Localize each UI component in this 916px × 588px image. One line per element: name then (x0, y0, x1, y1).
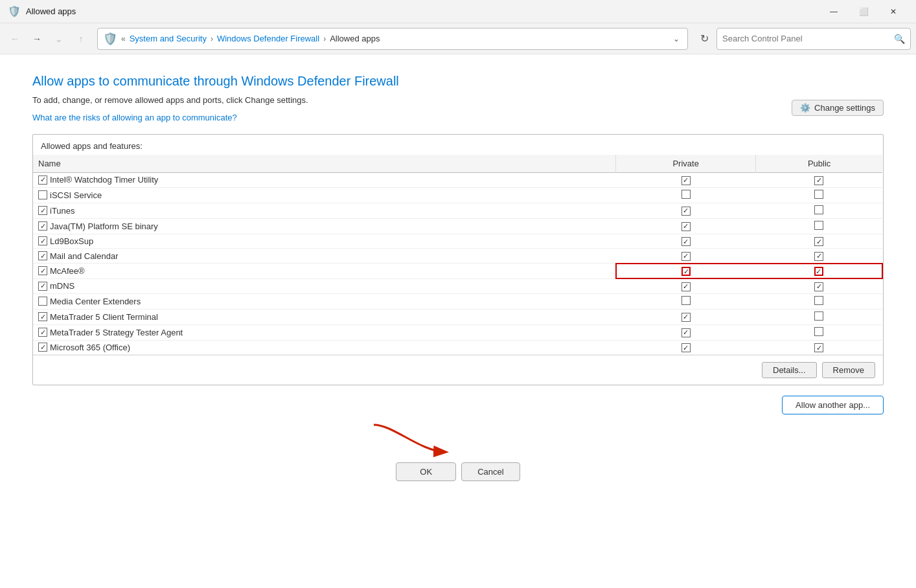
name-checkbox[interactable] (38, 206, 47, 215)
app-name: Intel® Watchdog Timer Utility (50, 175, 158, 185)
private-checkbox[interactable] (681, 190, 691, 199)
public-checkbox[interactable] (814, 221, 823, 230)
app-name: Microsoft 365 (Office) (50, 343, 130, 352)
table-row[interactable]: MetaTrader 5 Strategy Tester Agent (33, 324, 882, 340)
window-icon: 🛡️ (8, 5, 21, 17)
table-row[interactable]: iTunes (33, 203, 882, 218)
breadcrumb-firewall[interactable]: Windows Defender Firewall (217, 34, 319, 43)
breadcrumb-current: Allowed apps (330, 34, 380, 43)
settings-icon: ⚙️ (800, 103, 810, 113)
private-checkbox[interactable] (681, 267, 691, 276)
private-checkbox[interactable] (681, 176, 691, 185)
private-checkbox[interactable] (681, 328, 691, 337)
name-checkbox[interactable] (38, 282, 47, 291)
table-wrapper[interactable]: Name Private Public Intel® Watchdog Time… (33, 155, 883, 355)
table-buttons: Details... Remove (33, 355, 883, 385)
app-name: Media Center Extenders (50, 297, 141, 306)
private-checkbox[interactable] (681, 237, 691, 246)
search-input[interactable] (722, 34, 891, 43)
public-checkbox[interactable] (814, 343, 823, 352)
table-row[interactable]: MetaTrader 5 Client Terminal (33, 309, 882, 324)
title-bar: 🛡️ Allowed apps — ⬜ ✕ (0, 0, 916, 23)
name-checkbox[interactable] (38, 328, 47, 337)
maximize-button[interactable]: ⬜ (849, 1, 878, 22)
remove-button[interactable]: Remove (822, 362, 875, 378)
apps-label: Allowed apps and features: (33, 135, 883, 155)
help-link[interactable]: What are the risks of allowing an app to… (32, 113, 237, 122)
private-checkbox[interactable] (681, 313, 691, 322)
page-title: Allow apps to communicate through Window… (32, 74, 399, 89)
public-checkbox[interactable] (814, 237, 823, 246)
allow-another-button[interactable]: Allow another app... (782, 396, 884, 414)
table-row[interactable]: Media Center Extenders (33, 293, 882, 309)
top-section: Allow apps to communicate through Window… (32, 74, 884, 122)
window-title: Allowed apps (26, 6, 819, 16)
name-checkbox[interactable] (38, 312, 47, 321)
col-name: Name (33, 155, 616, 173)
table-row[interactable]: mDNS (33, 278, 882, 293)
name-checkbox[interactable] (38, 251, 47, 260)
name-checkbox[interactable] (38, 343, 47, 352)
close-button[interactable]: ✕ (878, 1, 908, 22)
app-name: MetaTrader 5 Strategy Tester Agent (50, 328, 183, 337)
apps-container: Allowed apps and features: Name Private … (32, 134, 884, 385)
main-content: Allow apps to communicate through Window… (0, 54, 916, 588)
private-checkbox[interactable] (681, 296, 691, 305)
table-header-row: Name Private Public (33, 155, 882, 173)
name-checkbox[interactable] (38, 236, 47, 245)
public-checkbox[interactable] (814, 296, 823, 305)
cancel-button[interactable]: Cancel (461, 462, 520, 481)
private-checkbox[interactable] (681, 222, 691, 231)
app-name: MetaTrader 5 Client Terminal (50, 312, 158, 322)
col-private: Private (616, 155, 756, 173)
table-row[interactable]: Intel® Watchdog Timer Utility (33, 173, 882, 188)
table-row[interactable]: McAfee® (33, 264, 882, 279)
app-name: McAfee® (50, 266, 85, 276)
public-checkbox[interactable] (814, 252, 823, 261)
recent-button[interactable]: ⌄ (49, 29, 69, 49)
search-box: 🔍 (716, 28, 911, 50)
public-checkbox[interactable] (814, 190, 823, 199)
up-button[interactable]: ↑ (71, 29, 91, 49)
forward-button[interactable]: → (27, 29, 47, 49)
name-checkbox[interactable] (38, 297, 47, 306)
breadcrumb-system-security[interactable]: System and Security (130, 34, 207, 43)
public-checkbox[interactable] (814, 282, 823, 291)
table-row[interactable]: Java(TM) Platform SE binary (33, 218, 882, 234)
window-controls: — ⬜ ✕ (819, 1, 908, 22)
address-chevron-icon[interactable]: ⌄ (670, 32, 682, 46)
private-checkbox[interactable] (681, 343, 691, 352)
arrow-icon (367, 418, 471, 457)
name-checkbox[interactable] (38, 221, 47, 231)
details-button[interactable]: Details... (762, 362, 817, 378)
public-checkbox[interactable] (814, 327, 823, 336)
app-name: Java(TM) Platform SE binary (50, 221, 158, 231)
back-button[interactable]: ← (5, 29, 25, 49)
ok-button[interactable]: OK (396, 462, 456, 481)
private-checkbox[interactable] (681, 252, 691, 261)
private-checkbox[interactable] (681, 282, 691, 291)
app-name: Ld9BoxSup (50, 236, 93, 246)
table-row[interactable]: Microsoft 365 (Office) (33, 340, 882, 355)
name-checkbox[interactable] (38, 175, 47, 185)
change-settings-button[interactable]: ⚙️ Change settings (792, 100, 884, 116)
address-icon: 🛡️ (103, 32, 117, 46)
minimize-button[interactable]: — (819, 1, 849, 22)
arrow-area (32, 425, 884, 457)
name-checkbox[interactable] (38, 266, 47, 275)
public-checkbox[interactable] (814, 267, 823, 276)
address-path: 🛡️ « System and Security › Windows Defen… (97, 28, 688, 50)
public-checkbox[interactable] (814, 311, 823, 321)
app-name: iSCSI Service (50, 190, 102, 200)
app-name: iTunes (50, 206, 75, 216)
public-checkbox[interactable] (814, 205, 823, 214)
page-intro: Allow apps to communicate through Window… (32, 74, 399, 122)
address-bar: ← → ⌄ ↑ 🛡️ « System and Security › Windo… (0, 23, 916, 54)
private-checkbox[interactable] (681, 207, 691, 216)
table-row[interactable]: Ld9BoxSup (33, 234, 882, 249)
table-row[interactable]: Mail and Calendar (33, 249, 882, 264)
refresh-button[interactable]: ↻ (694, 29, 714, 49)
public-checkbox[interactable] (814, 176, 823, 185)
name-checkbox[interactable] (38, 190, 47, 199)
table-row[interactable]: iSCSI Service (33, 187, 882, 203)
